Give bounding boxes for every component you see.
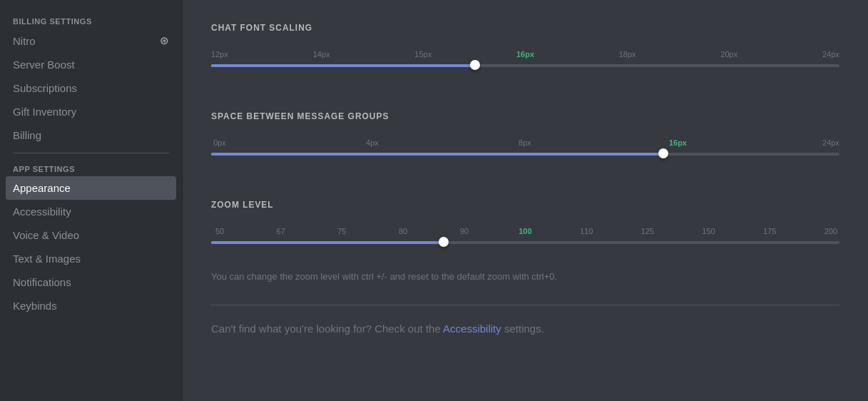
- tick-16px-active: 16px: [516, 50, 534, 59]
- content-divider: [211, 305, 839, 305]
- sidebar-item-label: Text & Images: [13, 253, 81, 265]
- tick-200: 200: [822, 227, 839, 235]
- space-between-groups-label: SPACE BETWEEN MESSAGE GROUPS: [211, 111, 839, 121]
- zoom-level-slider-container: 50 67 75 80 90 100 110 125 150 175 200: [211, 218, 839, 265]
- sidebar: BILLING SETTINGS Nitro ⊛ Server Boost Su…: [0, 0, 183, 401]
- tick-125: 125: [639, 227, 656, 235]
- accessibility-text-before: Can't find what you're looking for? Chec…: [211, 323, 443, 335]
- tick-16px-space-active: 16px: [669, 138, 687, 147]
- track-fill: [211, 241, 444, 244]
- space-between-groups-block: SPACE BETWEEN MESSAGE GROUPS 0px 4px 8px…: [211, 111, 839, 177]
- track-fill: [211, 64, 475, 67]
- tick-110: 110: [578, 227, 595, 235]
- tick-100-active: 100: [516, 227, 533, 235]
- slider-thumb[interactable]: [439, 237, 449, 247]
- tick-150: 150: [700, 227, 718, 235]
- sidebar-item-server-boost[interactable]: Server Boost: [6, 53, 176, 76]
- sidebar-item-nitro[interactable]: Nitro ⊛: [6, 29, 176, 53]
- tick-75: 75: [333, 227, 350, 235]
- tick-90: 90: [456, 227, 473, 235]
- sidebar-item-label: Nitro: [13, 35, 36, 47]
- sidebar-item-appearance[interactable]: Appearance: [6, 176, 176, 200]
- zoom-level-track[interactable]: [211, 240, 839, 245]
- sidebar-item-keybinds[interactable]: Keybinds: [6, 294, 176, 318]
- tick-80: 80: [394, 227, 412, 235]
- main-content: CHAT FONT SCALING 12px 14px 15px 16px 18…: [183, 0, 868, 401]
- tick-4px: 4px: [364, 138, 381, 147]
- sidebar-item-billing[interactable]: Billing: [6, 123, 176, 147]
- tick-67: 67: [272, 227, 290, 235]
- sidebar-divider: [13, 153, 169, 153]
- sidebar-item-label: Billing: [13, 129, 41, 141]
- zoom-level-ticks: 50 67 75 80 90 100 110 125 150 175 200: [211, 227, 839, 235]
- tick-14px: 14px: [313, 50, 330, 59]
- accessibility-text-after: settings.: [501, 323, 544, 335]
- tick-8px: 8px: [516, 138, 533, 147]
- sidebar-item-label: Notifications: [13, 276, 71, 288]
- zoom-level-block: ZOOM LEVEL 50 67 75 80 90 100 110 125 15…: [211, 200, 839, 282]
- chat-font-scaling-slider-container: 12px 14px 15px 16px 18px 20px 24px: [211, 41, 839, 88]
- nitro-icon: ⊛: [160, 34, 169, 47]
- accessibility-link[interactable]: Accessibility: [443, 323, 501, 335]
- chat-font-scaling-label: CHAT FONT SCALING: [211, 23, 839, 33]
- sidebar-item-label: Appearance: [13, 182, 71, 194]
- sidebar-item-label: Server Boost: [13, 59, 75, 71]
- chat-font-scaling-block: CHAT FONT SCALING 12px 14px 15px 16px 18…: [211, 23, 839, 88]
- tick-0px: 0px: [211, 138, 228, 147]
- slider-thumb[interactable]: [470, 60, 480, 70]
- billing-section-label: BILLING SETTINGS: [6, 11, 176, 29]
- chat-font-scaling-ticks: 12px 14px 15px 16px 18px 20px 24px: [211, 50, 839, 59]
- space-between-groups-slider-container: 0px 4px 8px 16px 24px: [211, 130, 839, 177]
- zoom-hint-text: You can change the zoom level with ctrl …: [211, 271, 839, 282]
- sidebar-item-label: Gift Inventory: [13, 106, 76, 118]
- tick-12px: 12px: [211, 50, 228, 59]
- chat-font-scaling-track[interactable]: [211, 63, 839, 68]
- tick-24px-space: 24px: [822, 138, 839, 147]
- sidebar-item-label: Subscriptions: [13, 82, 77, 94]
- sidebar-item-label: Voice & Video: [13, 229, 79, 241]
- sidebar-item-label: Keybinds: [13, 300, 57, 312]
- tick-20px: 20px: [720, 50, 737, 59]
- tick-24px: 24px: [822, 50, 839, 59]
- space-between-groups-track[interactable]: [211, 151, 839, 157]
- slider-thumb[interactable]: [658, 148, 668, 158]
- sidebar-item-gift-inventory[interactable]: Gift Inventory: [6, 100, 176, 123]
- tick-15px: 15px: [414, 50, 432, 59]
- zoom-level-label: ZOOM LEVEL: [211, 200, 839, 210]
- tick-18px: 18px: [619, 50, 636, 59]
- app-section-label: APP SETTINGS: [6, 159, 176, 176]
- tick-175: 175: [761, 227, 778, 235]
- sidebar-item-accessibility[interactable]: Accessibility: [6, 200, 176, 223]
- sidebar-item-notifications[interactable]: Notifications: [6, 270, 176, 294]
- track-fill: [211, 153, 663, 156]
- space-between-groups-ticks: 0px 4px 8px 16px 24px: [211, 138, 839, 147]
- tick-50: 50: [211, 227, 228, 235]
- sidebar-item-label: Accessibility: [13, 205, 71, 218]
- sidebar-item-voice-video[interactable]: Voice & Video: [6, 223, 176, 247]
- sidebar-item-subscriptions[interactable]: Subscriptions: [6, 76, 176, 100]
- accessibility-hint: Can't find what you're looking for? Chec…: [211, 323, 839, 335]
- sidebar-item-text-images[interactable]: Text & Images: [6, 247, 176, 270]
